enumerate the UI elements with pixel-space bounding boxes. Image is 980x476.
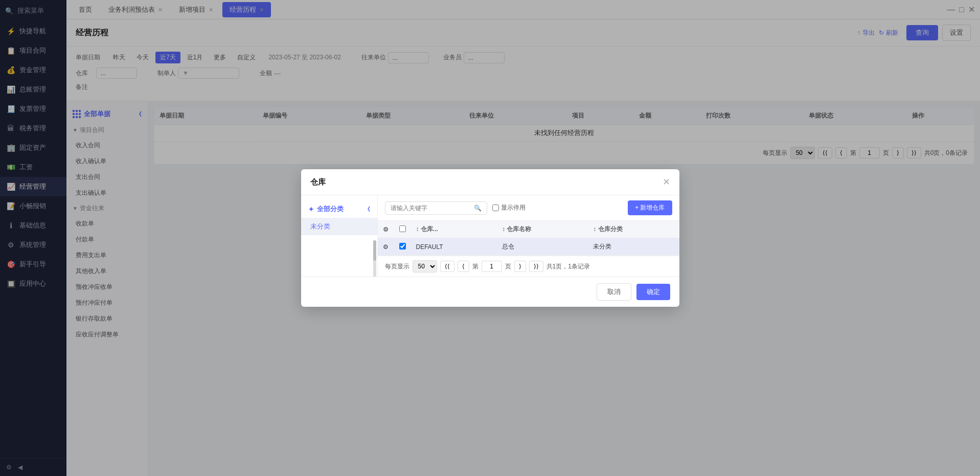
- modal-table: ⚙ ↕ 仓库... ↕ 仓库名称 ↕ 仓库分类 ⚙ DEFAULT 总仓 未分类: [378, 221, 679, 256]
- modal-search-input[interactable]: [391, 205, 471, 212]
- modal-per-page-select[interactable]: 50: [413, 260, 437, 273]
- modal-table-header: ⚙ ↕ 仓库... ↕ 仓库名称 ↕ 仓库分类: [378, 221, 679, 238]
- show-disabled-checkbox[interactable]: [492, 205, 499, 211]
- modal-last-page[interactable]: ⟩⟩: [529, 261, 543, 272]
- modal-table-row[interactable]: ⚙ DEFAULT 总仓 未分类: [378, 238, 679, 256]
- modal-right-panel: 🔍 显示停用 + 新增仓库 ⚙ ↕ 仓库...: [378, 195, 679, 277]
- row-check[interactable]: [394, 238, 411, 256]
- search-icon: 🔍: [474, 205, 482, 212]
- modal-all-categories[interactable]: ✦ 全部分类 《: [301, 200, 377, 218]
- modal-col-check: [394, 221, 411, 238]
- scroll-indicator: [373, 240, 376, 277]
- modal-col-code[interactable]: ↕ 仓库...: [411, 221, 497, 238]
- modal-body: ✦ 全部分类 《 未分类 �: [301, 195, 679, 277]
- modal-col-name[interactable]: ↕ 仓库名称: [497, 221, 588, 238]
- modal-col-category[interactable]: ↕ 仓库分类: [588, 221, 679, 238]
- confirm-button[interactable]: 确定: [636, 284, 670, 300]
- row-code: DEFAULT: [411, 238, 497, 256]
- show-disabled-label[interactable]: 显示停用: [492, 203, 526, 212]
- star-icon: ✦: [308, 206, 314, 213]
- collapse-left-icon[interactable]: 《: [364, 206, 370, 213]
- row-name: 总仓: [497, 238, 588, 256]
- modal-toolbar: 🔍 显示停用 + 新增仓库: [378, 195, 679, 221]
- modal-uncategorized-item[interactable]: 未分类: [301, 218, 377, 235]
- modal-title: 仓库: [310, 177, 326, 187]
- modal-search-box[interactable]: 🔍: [385, 201, 487, 215]
- modal-col-gear: ⚙: [378, 221, 394, 238]
- modal-header: 仓库 ✕: [301, 169, 679, 195]
- row-category: 未分类: [588, 238, 679, 256]
- modal-first-page[interactable]: ⟨⟨: [440, 261, 454, 272]
- select-all-checkbox[interactable]: [399, 225, 406, 232]
- modal-close-button[interactable]: ✕: [663, 176, 670, 188]
- warehouse-modal: 仓库 ✕ ✦ 全部分类 《 未分类: [301, 169, 679, 307]
- modal-pagination: 每页显示 50 ⟨⟨ ⟨ 第 页 ⟩ ⟩⟩ 共1页，1条记录: [378, 256, 679, 277]
- modal-footer: 取消 确定: [301, 277, 679, 307]
- row-gear: ⚙: [378, 238, 394, 256]
- cancel-button[interactable]: 取消: [597, 283, 631, 301]
- modal-page-input[interactable]: [482, 261, 502, 272]
- row-checkbox[interactable]: [399, 243, 406, 250]
- modal-table-body: ⚙ DEFAULT 总仓 未分类: [378, 238, 679, 256]
- modal-overlay: 仓库 ✕ ✦ 全部分类 《 未分类: [0, 0, 980, 476]
- modal-next-page[interactable]: ⟩: [514, 261, 526, 272]
- modal-prev-page[interactable]: ⟨: [458, 261, 469, 272]
- modal-left-panel: ✦ 全部分类 《 未分类: [301, 195, 378, 277]
- add-warehouse-button[interactable]: + 新增仓库: [628, 200, 672, 215]
